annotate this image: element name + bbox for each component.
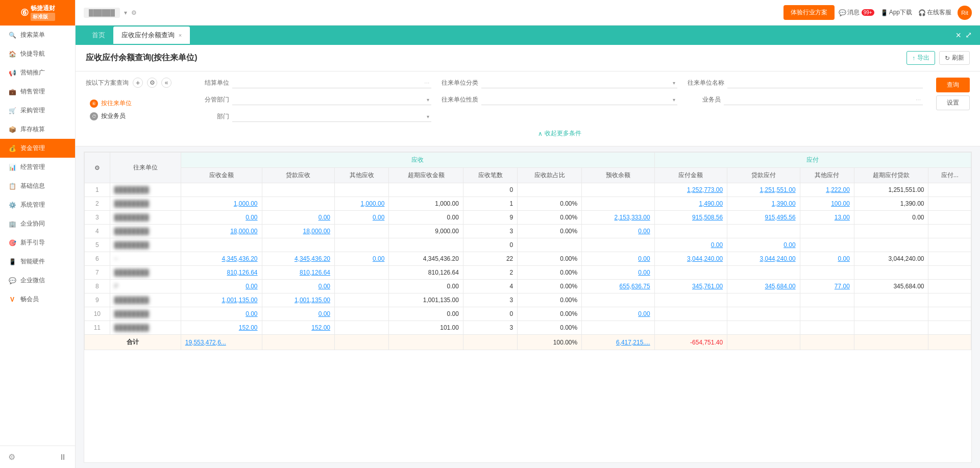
sidebar-item-guide[interactable]: 🎯 新手引导 — [0, 233, 75, 252]
row-other-ap[interactable] — [800, 307, 854, 321]
salesperson-input[interactable] — [726, 96, 914, 103]
col-settings-icon[interactable]: ⚙ — [94, 164, 100, 171]
department-input[interactable] — [234, 113, 425, 120]
counterpart-category-input[interactable] — [483, 79, 670, 86]
row-loan-ar[interactable]: 1,001,135.00 — [262, 293, 334, 307]
row-ap-amount[interactable]: 1,252,773.00 — [654, 183, 727, 197]
row-ar-amount[interactable]: 18,000.00 — [181, 225, 262, 238]
row-ap-amount[interactable]: 915,508.56 — [654, 211, 727, 225]
sidebar-item-hardware[interactable]: 📱 智能硬件 — [0, 252, 75, 271]
row-prepaid-balance[interactable] — [582, 293, 654, 307]
row-loan-ap[interactable] — [727, 266, 800, 280]
setting-button[interactable]: 设置 — [936, 95, 970, 110]
row-loan-ar[interactable]: 0.00 — [262, 307, 334, 321]
counterpart-nature-input[interactable] — [483, 96, 670, 103]
filter-add-button[interactable]: + — [133, 78, 143, 88]
row-other-ap[interactable] — [800, 266, 854, 280]
messages-group[interactable]: 💬 消息 99+ — [839, 8, 874, 17]
sidebar-item-purchase[interactable]: 🛒 采购管理 — [0, 101, 75, 120]
row-ap-amount[interactable] — [654, 307, 727, 321]
row-ar-amount[interactable]: 152.00 — [181, 321, 262, 335]
row-prepaid-balance[interactable] — [582, 238, 654, 252]
row-loan-ar[interactable] — [262, 183, 334, 197]
sidebar-item-nav[interactable]: 🏠 快捷导航 — [0, 44, 75, 63]
sidebar-item-operations[interactable]: 📊 经营管理 — [0, 158, 75, 177]
sidebar-item-inventory[interactable]: 📦 库存核算 — [0, 120, 75, 139]
row-other-ar[interactable] — [335, 266, 389, 280]
row-other-ar[interactable] — [335, 307, 389, 321]
salesperson-dots[interactable]: ··· — [916, 96, 921, 103]
row-ap-amount[interactable] — [654, 266, 727, 280]
row-ar-amount[interactable]: 1,001,135.00 — [181, 293, 262, 307]
row-ar-amount[interactable]: 0.00 — [181, 307, 262, 321]
tab-maximize-icon[interactable]: ⤢ — [965, 30, 972, 41]
row-other-ar[interactable] — [335, 238, 389, 252]
department-input-wrap[interactable]: ▾ — [232, 111, 431, 122]
dropdown-icon[interactable]: ▾ — [124, 9, 127, 16]
tab-home[interactable]: 首页 — [84, 27, 113, 44]
row-other-ap[interactable]: 1,222.00 — [800, 183, 854, 197]
tab-close-window-icon[interactable]: × — [955, 30, 961, 41]
row-prepaid-balance[interactable] — [582, 321, 654, 335]
row-loan-ar[interactable]: 810,126.64 — [262, 266, 334, 280]
try-button[interactable]: 体验行业方案 — [783, 5, 835, 20]
row-ar-amount[interactable] — [181, 183, 262, 197]
row-other-ap[interactable] — [800, 293, 854, 307]
row-ap-amount[interactable] — [654, 293, 727, 307]
sidebar-item-wechat[interactable]: 💬 企业微信 — [0, 271, 75, 290]
row-other-ap[interactable]: 13.00 — [800, 211, 854, 225]
counterpart-name-input[interactable] — [729, 79, 921, 86]
row-other-ar[interactable] — [335, 280, 389, 293]
row-loan-ap[interactable]: 1,251,551.00 — [727, 183, 800, 197]
row-prepaid-balance[interactable]: 0.00 — [582, 252, 654, 266]
tab-ar-ap[interactable]: 应收应付余额查询 × — [113, 27, 190, 44]
sidebar-item-finance[interactable]: 💰 资金管理 — [0, 139, 75, 158]
sidebar-item-basic[interactable]: 📋 基础信息 — [0, 177, 75, 195]
row-ap-amount[interactable]: 345,761.00 — [654, 280, 727, 293]
row-ap-amount[interactable]: 0.00 — [654, 238, 727, 252]
row-other-ar[interactable] — [335, 293, 389, 307]
row-loan-ap[interactable] — [727, 307, 800, 321]
row-ar-amount[interactable]: 1,000.00 — [181, 197, 262, 211]
row-prepaid-balance[interactable]: 0.00 — [582, 266, 654, 280]
row-loan-ar[interactable]: 152.00 — [262, 321, 334, 335]
user-avatar[interactable]: Rit — [958, 6, 972, 20]
row-ar-amount[interactable]: 0.00 — [181, 280, 262, 293]
settings-bottom-icon[interactable]: ⚙ — [8, 452, 15, 462]
counterpart-category-input-wrap[interactable]: ▾ — [481, 78, 677, 88]
sidebar-item-marketing[interactable]: 📢 营销推广 — [0, 63, 75, 82]
row-loan-ar[interactable] — [262, 197, 334, 211]
sidebar-item-enterprise[interactable]: 🏢 企业协同 — [0, 214, 75, 233]
tab-close-icon[interactable]: × — [179, 32, 182, 38]
row-loan-ap[interactable]: 3,044,240.00 — [727, 252, 800, 266]
row-ar-amount[interactable]: 0.00 — [181, 211, 262, 225]
row-ar-amount[interactable] — [181, 238, 262, 252]
col-settings-header[interactable]: ⚙ — [85, 153, 110, 183]
row-loan-ar[interactable]: 0.00 — [262, 280, 334, 293]
row-ap-amount[interactable]: 3,044,240.00 — [654, 252, 727, 266]
filter-collapse-button[interactable]: « — [161, 78, 172, 88]
row-ar-amount[interactable]: 4,345,436.20 — [181, 252, 262, 266]
row-prepaid-balance[interactable]: 0.00 — [582, 307, 654, 321]
row-prepaid-balance[interactable]: 655,636.75 — [582, 280, 654, 293]
row-prepaid-balance[interactable]: 2,153,333.00 — [582, 211, 654, 225]
app-download-group[interactable]: 📱 App下载 — [880, 8, 912, 17]
dept-manager-input-wrap[interactable]: ▾ — [232, 94, 431, 105]
row-other-ap[interactable] — [800, 225, 854, 238]
row-other-ap[interactable]: 77.00 — [800, 280, 854, 293]
query-button[interactable]: 查询 — [936, 78, 970, 92]
row-loan-ap[interactable] — [727, 225, 800, 238]
row-loan-ap[interactable]: 915,495.56 — [727, 211, 800, 225]
export-button[interactable]: ↑ 导出 — [906, 51, 935, 65]
row-prepaid-balance[interactable] — [582, 183, 654, 197]
row-other-ap[interactable]: 0.00 — [800, 252, 854, 266]
settlement-unit-dots[interactable]: ··· — [424, 79, 429, 86]
dept-manager-input[interactable] — [234, 96, 425, 103]
sidebar-item-system[interactable]: ⚙️ 系统管理 — [0, 195, 75, 214]
row-loan-ap[interactable] — [727, 321, 800, 335]
gear-header-icon[interactable]: ⚙ — [131, 9, 137, 16]
row-loan-ap[interactable]: 345,684.00 — [727, 280, 800, 293]
refresh-button[interactable]: ↻ 刷新 — [939, 51, 970, 65]
row-other-ap[interactable]: 100.00 — [800, 197, 854, 211]
row-other-ap[interactable] — [800, 238, 854, 252]
